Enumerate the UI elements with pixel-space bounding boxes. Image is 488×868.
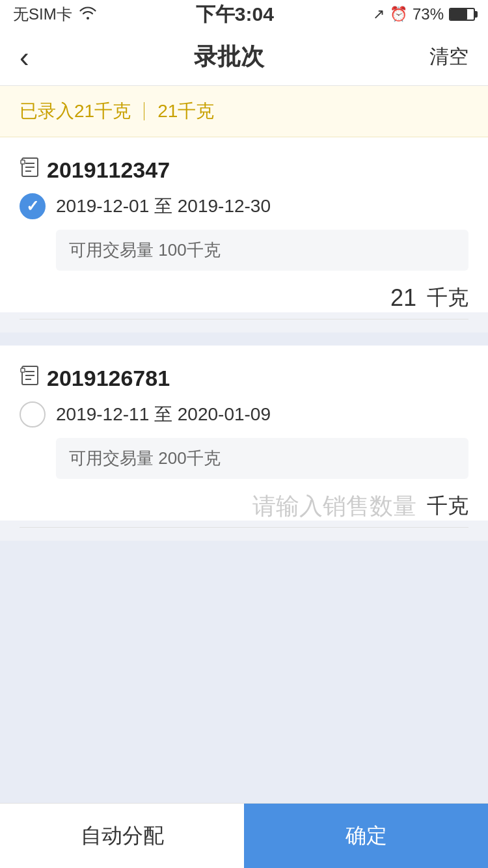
- location-icon: ↗: [373, 6, 385, 23]
- batch2-id: 2019126781: [47, 366, 170, 391]
- banner-divider: [144, 102, 144, 120]
- info-banner: 已录入21千克 21千克: [0, 86, 488, 137]
- batch2-date: 2019-12-11 至 2020-01-09: [56, 402, 271, 427]
- batch2-available: 可用交易量 200千克: [56, 438, 468, 479]
- auto-distribute-label: 自动分配: [81, 822, 164, 850]
- auto-distribute-button[interactable]: 自动分配: [0, 804, 244, 868]
- batch-item-1: 2019112347 2019-12-01 至 2019-12-30 可用交易量…: [0, 137, 488, 271]
- confirm-button[interactable]: 确定: [244, 804, 488, 868]
- batch1-date: 2019-12-01 至 2019-12-30: [56, 194, 271, 219]
- batch2-header: 2019126781: [20, 365, 468, 391]
- wifi-icon: [79, 5, 97, 23]
- batch2-qty-input[interactable]: [221, 493, 416, 520]
- batch2-unit: 千克: [427, 492, 468, 521]
- batch1-icon: [20, 157, 40, 183]
- bottom-area: [0, 541, 488, 827]
- batch2-input-row: 千克: [0, 479, 488, 521]
- confirm-label: 确定: [346, 822, 387, 850]
- batch2-date-row[interactable]: 2019-12-11 至 2020-01-09: [20, 401, 468, 427]
- batch2-icon: [20, 365, 40, 391]
- recorded-label: 已录入21千克: [20, 99, 131, 124]
- status-right: ↗ ⏰ 73%: [373, 5, 475, 23]
- clear-button[interactable]: 清空: [429, 44, 468, 70]
- batch1-input-row: 千克: [0, 271, 488, 312]
- batch1-id: 2019112347: [47, 157, 170, 183]
- batch1-date-row[interactable]: 2019-12-01 至 2019-12-30: [20, 193, 468, 219]
- alarm-icon: ⏰: [390, 6, 407, 23]
- batch2-radio[interactable]: [20, 401, 46, 427]
- page-title: 录批次: [194, 41, 264, 73]
- batch1-available: 可用交易量 100千克: [56, 230, 468, 271]
- recorded-value: 21千克: [157, 99, 214, 124]
- section-divider: [0, 332, 488, 346]
- nav-bar: ‹ 录批次 清空: [0, 29, 488, 86]
- batch1-radio[interactable]: [20, 193, 46, 219]
- status-bar: 无SIM卡 下午3:04 ↗ ⏰ 73%: [0, 0, 488, 29]
- svg-rect-9: [21, 368, 25, 372]
- footer: 自动分配 确定: [0, 803, 488, 868]
- svg-rect-4: [21, 160, 25, 164]
- status-time: 下午3:04: [196, 1, 274, 28]
- batch1-underline: [20, 319, 468, 319]
- batch1-qty-input[interactable]: [221, 284, 416, 312]
- back-button[interactable]: ‹: [20, 41, 29, 74]
- batch2-underline: [20, 527, 468, 528]
- status-left: 无SIM卡: [13, 4, 97, 25]
- carrier-text: 无SIM卡: [13, 4, 72, 25]
- battery-percent: 73%: [413, 5, 444, 23]
- battery-icon: [449, 8, 475, 21]
- batch-item-2: 2019126781 2019-12-11 至 2020-01-09 可用交易量…: [0, 346, 488, 479]
- batch1-header: 2019112347: [20, 157, 468, 183]
- batch1-unit: 千克: [427, 284, 468, 312]
